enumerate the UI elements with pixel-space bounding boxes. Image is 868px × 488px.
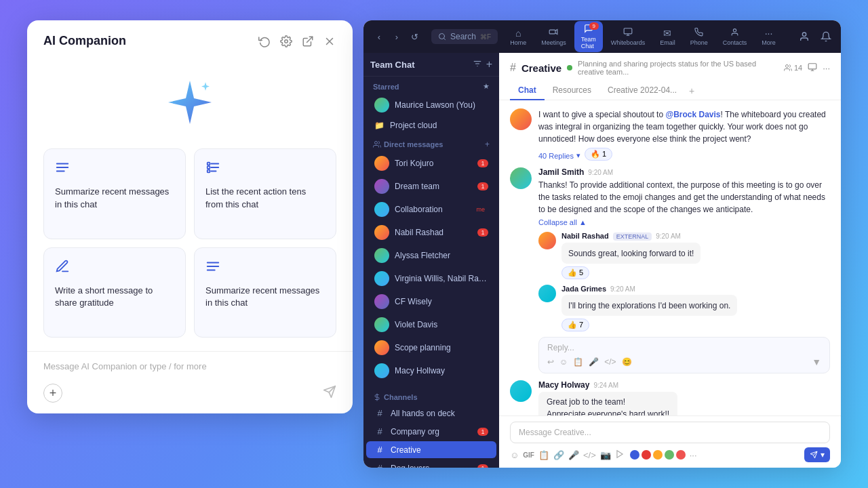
ai-card-write-gratitude[interactable]: Write a short message to share gratitude <box>43 247 186 338</box>
home-icon: ⌂ <box>515 28 521 39</box>
nabil-thumbs-reaction[interactable]: 👍 5 <box>561 266 589 279</box>
nav-contacts[interactable]: Contacts <box>716 25 754 49</box>
sidebar-dm-virginia[interactable]: Virginia Willis, Nabil Rash... <box>366 268 496 289</box>
pink-color-tool[interactable] <box>676 450 686 460</box>
reply-format-icon[interactable]: ☺ <box>559 357 568 367</box>
sidebar-dm-macy[interactable]: Macy Hollway <box>366 360 496 382</box>
svg-line-19 <box>443 38 445 39</box>
collapse-all-link[interactable]: Collapse all ▲ <box>538 218 830 226</box>
nav-phone[interactable]: Phone <box>684 25 715 49</box>
tori-badge: 1 <box>477 159 488 167</box>
send-button[interactable]: ▾ <box>804 447 830 462</box>
camera-tool[interactable]: 📷 <box>600 450 611 460</box>
settings-icon[interactable] <box>279 35 293 48</box>
svg-rect-21 <box>624 28 632 34</box>
jada-reply-avatar <box>538 285 556 302</box>
add-chat-icon[interactable]: + <box>486 58 492 70</box>
topbar-search-box[interactable]: Search ⌘F <box>431 29 498 44</box>
audio-tool[interactable]: 🎤 <box>568 450 579 460</box>
sidebar-dm-cf[interactable]: CF Wisely <box>366 291 496 312</box>
channel-name: Creative <box>521 62 561 74</box>
red-color-tool[interactable] <box>642 450 651 460</box>
sidebar-channel-dog-lovers[interactable]: # Dog lovers 1 <box>366 460 496 468</box>
search-shortcut: ⌘F <box>480 33 491 41</box>
reply-send-icon[interactable]: ▼ <box>812 357 821 367</box>
fire-reaction[interactable]: 🔥 1 <box>585 148 612 161</box>
ai-add-button[interactable]: + <box>43 384 62 403</box>
nav-whiteboards[interactable]: Whiteboards <box>604 24 652 49</box>
profile-icon[interactable] <box>796 28 812 45</box>
nav-home[interactable]: ⌂ Home <box>503 25 533 49</box>
share-screen-tool[interactable] <box>615 449 625 461</box>
emoji-tool[interactable]: ☺ <box>510 450 519 460</box>
nav-team-chat[interactable]: 9 Team Chat <box>574 21 603 52</box>
tab-creative[interactable]: Creative 2022-04... <box>599 81 685 100</box>
ai-send-icon[interactable] <box>323 385 336 401</box>
sidebar-dm-nabil[interactable]: Nabil Rashad 1 <box>366 222 496 243</box>
nav-email[interactable]: ✉ Email <box>653 25 682 49</box>
replies-link[interactable]: 40 Replies ▾ <box>538 150 580 161</box>
grid-icon[interactable] <box>840 28 841 45</box>
tori-avatar <box>374 156 389 171</box>
sidebar-channel-all-hands[interactable]: # All hands on deck <box>366 405 496 422</box>
sidebar-dm-label-cf: CF Wisely <box>395 297 488 306</box>
sidebar-dm-scope[interactable]: Scope planning <box>366 337 496 359</box>
nav-phone-label: Phone <box>690 39 708 46</box>
external-link-icon[interactable] <box>301 35 315 48</box>
sidebar-channel-company-org[interactable]: # Company org 1 <box>366 423 496 440</box>
ai-card-action-items[interactable]: List the recent action tens from this ch… <box>194 148 336 239</box>
link-tool[interactable]: 🔗 <box>553 450 564 460</box>
history-icon[interactable] <box>258 35 271 48</box>
code-tool[interactable]: </> <box>583 450 596 460</box>
back-button[interactable]: ‹ <box>372 29 387 44</box>
reply-code-icon[interactable]: </> <box>604 357 616 367</box>
sidebar-item-maurice[interactable]: Maurice Lawson (You) <box>366 94 496 116</box>
forward-button[interactable]: › <box>389 29 404 44</box>
tab-resources[interactable]: Resources <box>545 81 599 100</box>
filter-icon[interactable] <box>473 59 482 70</box>
gif-tool[interactable]: GIF <box>523 451 534 459</box>
more-options-icon[interactable]: ··· <box>823 63 830 73</box>
dream-badge: 1 <box>477 182 488 190</box>
screen-share-icon[interactable] <box>808 62 817 74</box>
blue-color-tool[interactable] <box>630 450 639 460</box>
app-body: Team Chat + Starred ★ Maurice Lawson (Yo… <box>363 53 841 468</box>
sidebar-item-project-cloud[interactable]: 📁 Project cloud <box>366 117 496 134</box>
hash-icon: # <box>374 408 385 418</box>
starred-expand-icon[interactable]: ★ <box>483 82 490 91</box>
folder-icon: 📁 <box>374 121 384 130</box>
nabil-badge: 1 <box>477 228 488 237</box>
reply-emoji-icon[interactable]: ↩ <box>547 357 554 367</box>
nav-more[interactable]: ··· More <box>755 25 783 49</box>
ai-card-summarize2[interactable]: Summarize recent messages in this chat <box>194 247 336 338</box>
sidebar-dm-dream-team[interactable]: Dream team 1 <box>366 176 496 197</box>
tab-chat[interactable]: Chat <box>510 81 545 100</box>
sidebar-dm-label-dream: Dream team <box>395 182 472 191</box>
reply-sticker-icon[interactable]: 😊 <box>622 357 632 367</box>
close-icon[interactable] <box>323 35 336 48</box>
sidebar-item-label-maurice: Maurice Lawson (You) <box>395 100 488 110</box>
notifications-icon[interactable] <box>818 28 834 45</box>
jada-thumbs-reaction[interactable]: 👍 7 <box>561 319 589 331</box>
sidebar-dm-alyssa[interactable]: Alyssa Fletcher <box>366 245 496 266</box>
ai-card-summarize1[interactable]: Summarize recent messages in this chat <box>43 148 186 239</box>
green-color-tool[interactable] <box>665 450 674 460</box>
jada-reply-text: I'll bring the explorations I'd been wor… <box>568 301 730 310</box>
more-tools[interactable]: ··· <box>690 450 697 460</box>
sidebar-channel-creative[interactable]: # Creative <box>366 441 496 458</box>
sidebar-dm-label-tori: Tori Kojuro <box>395 159 472 168</box>
macy-avatar <box>374 363 389 378</box>
sidebar-dm-violet[interactable]: Violet Davis <box>366 314 496 336</box>
chat-input-box[interactable]: Message Creative... <box>510 422 830 443</box>
sidebar-dm-tori[interactable]: Tori Kojuro 1 <box>366 152 496 174</box>
nav-meetings[interactable]: Meetings <box>534 24 573 49</box>
orange-color-tool[interactable] <box>653 450 663 460</box>
clipboard-tool[interactable]: 📋 <box>538 450 549 460</box>
history-back-icon[interactable]: ↺ <box>407 29 422 44</box>
main-container: AI Companion <box>27 20 841 468</box>
add-tab-button[interactable]: + <box>685 85 698 96</box>
reply-audio-icon[interactable]: 🎤 <box>589 357 599 367</box>
add-dm-icon[interactable]: + <box>485 140 490 149</box>
reply-attach-icon[interactable]: 📋 <box>573 357 583 367</box>
sidebar-dm-collaboration[interactable]: Collaboration me <box>366 199 496 220</box>
